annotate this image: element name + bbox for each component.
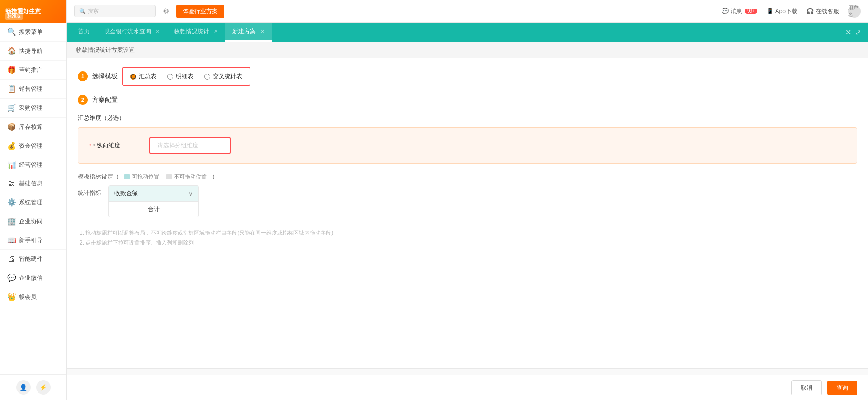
cancel-button[interactable]: 取消: [791, 380, 822, 395]
tabbar: 首页现金银行流水查询✕收款情况统计✕新建方案✕ ✕ ⤢: [67, 23, 868, 42]
tab-close-bank[interactable]: ✕: [156, 28, 160, 34]
tab-bank[interactable]: 现金银行流水查询✕: [97, 23, 167, 42]
system-icon: ⚙️: [7, 198, 15, 207]
metrics-chevron-icon: ∨: [189, 190, 193, 197]
main-area: 🔍 搜索 ⚙ 体验行业方案 💬 消息 99+ 📱 App下载 🎧 在线客服 用户…: [67, 0, 868, 400]
sidebar-item-purchase[interactable]: 🛒采购管理: [0, 99, 66, 118]
tab-close-new[interactable]: ✕: [260, 28, 264, 34]
footer-bar: 取消 查询: [67, 375, 868, 400]
wechat-icon: 💬: [7, 273, 15, 282]
close-window-icon[interactable]: ✕: [845, 28, 851, 37]
expand-icon[interactable]: ⤢: [855, 28, 861, 37]
trial-button[interactable]: 体验行业方案: [176, 5, 224, 18]
sidebar-bottom-icon-2[interactable]: ⚡: [36, 380, 51, 395]
sidebar-items: 🔍搜索菜单🏠快捷导航🎁营销推广📋销售管理🛒采购管理📦库存核算💰资金管理📊经营管理…: [0, 23, 66, 306]
purchase-label: 采购管理: [19, 104, 42, 112]
radio-detail-input[interactable]: [167, 74, 173, 80]
dimension-placeholder: 请选择分组维度: [157, 142, 198, 149]
sidebar-item-inventory[interactable]: 📦库存核算: [0, 118, 66, 136]
radio-cross-input[interactable]: [204, 74, 210, 80]
sidebar-item-member[interactable]: 👑畅会员: [0, 287, 66, 306]
sidebar-item-corp[interactable]: 🏢企业协同: [0, 212, 66, 231]
search-box[interactable]: 🔍 搜索: [74, 5, 156, 17]
message-item[interactable]: 💬 消息 99+: [722, 7, 757, 15]
sidebar-item-wechat[interactable]: 💬企业微信: [0, 268, 66, 287]
message-badge: 99+: [745, 9, 757, 14]
content-area: 收款情况统计方案设置 1 选择模板 汇总表 明细表: [67, 42, 868, 375]
radio-cross-label: 交叉统计表: [213, 72, 242, 80]
search-label: 搜索菜单: [19, 28, 42, 36]
operation-label: 经营管理: [19, 161, 42, 169]
corp-label: 企业协同: [19, 217, 42, 226]
newbie-icon: 📖: [7, 236, 15, 245]
download-icon: 📱: [766, 8, 774, 14]
metrics-header-close: ）: [212, 173, 218, 181]
sidebar-item-basic[interactable]: 🗂基础信息: [0, 174, 66, 193]
legend-fixed-text: 不可拖动位置: [174, 173, 207, 181]
save-option: 方案保存（可选）: [67, 368, 868, 375]
message-icon: 💬: [722, 8, 729, 14]
topbar: 🔍 搜索 ⚙ 体验行业方案 💬 消息 99+ 📱 App下载 🎧 在线客服 用户…: [67, 0, 868, 23]
marketing-label: 营销推广: [19, 66, 42, 74]
newbie-label: 新手引导: [19, 236, 42, 245]
topbar-right: 💬 消息 99+ 📱 App下载 🎧 在线客服 用户名: [722, 5, 861, 18]
tab-close-stats[interactable]: ✕: [214, 28, 218, 34]
system-label: 系统管理: [19, 198, 42, 207]
finance-label: 资金管理: [19, 142, 42, 150]
download-item[interactable]: 📱 App下载: [766, 7, 797, 15]
radio-detail-label: 明细表: [176, 72, 193, 80]
step1-header: 1 选择模板 汇总表 明细表 交叉统计表: [78, 67, 857, 86]
corp-icon: 🏢: [7, 217, 15, 226]
user-avatar[interactable]: 用户名: [848, 5, 861, 18]
step1-number: 1: [78, 71, 88, 81]
dimension-area: * * 纵向维度 —— 请选择分组维度: [78, 127, 857, 164]
radio-summary-input[interactable]: [130, 74, 136, 80]
message-label: 消息: [731, 7, 742, 15]
breadcrumb: 收款情况统计方案设置: [76, 47, 135, 53]
sidebar-item-system[interactable]: ⚙️系统管理: [0, 193, 66, 212]
service-item[interactable]: 🎧 在线客服: [807, 7, 839, 15]
tab-stats[interactable]: 收款情况统计✕: [167, 23, 225, 42]
sidebar-bottom-icon-1[interactable]: 👤: [16, 380, 31, 395]
query-button[interactable]: 查询: [827, 381, 857, 395]
sidebar-item-operation[interactable]: 📊经营管理: [0, 155, 66, 174]
sidebar-item-search[interactable]: 🔍搜索菜单: [0, 23, 66, 42]
step2-header: 2 方案配置: [78, 95, 857, 105]
search-placeholder-text: 搜索: [88, 7, 99, 15]
version-badge: 标准版: [5, 13, 23, 20]
inventory-label: 库存核算: [19, 123, 42, 131]
sidebar-item-newbie[interactable]: 📖新手引导: [0, 231, 66, 250]
radio-summary[interactable]: 汇总表: [130, 72, 156, 80]
dimension-arrow: ——: [127, 141, 142, 150]
service-label: 在线客服: [816, 7, 839, 15]
legend-draggable: 可拖动位置: [124, 173, 159, 181]
metrics-stat-label: 统计指标: [78, 189, 101, 217]
step2-section: 2 方案配置 汇总维度（必选） * * 纵向维度 —— 请选择分组维度: [78, 95, 857, 248]
metrics-table-cell-header[interactable]: 收款金额 ∨: [109, 186, 198, 201]
tab-label-bank: 现金银行流水查询: [104, 28, 151, 36]
tab-new[interactable]: 新建方案✕: [225, 23, 272, 42]
metrics-table: 收款金额 ∨ 合计: [108, 185, 199, 217]
radio-cross[interactable]: 交叉统计表: [204, 72, 242, 80]
download-label: App下载: [775, 7, 797, 15]
sidebar-item-sales[interactable]: 📋销售管理: [0, 80, 66, 99]
inventory-icon: 📦: [7, 122, 15, 131]
operation-icon: 📊: [7, 160, 15, 169]
sidebar-item-nav[interactable]: 🏠快捷导航: [0, 42, 66, 61]
nav-label: 快捷导航: [19, 47, 42, 55]
tab-label-new: 新建方案: [232, 28, 256, 36]
sidebar-item-hardware[interactable]: 🖨智能硬件: [0, 250, 66, 268]
radio-detail[interactable]: 明细表: [167, 72, 193, 80]
metrics-cell-label: 收款金额: [114, 189, 138, 198]
tab-label-home: 首页: [78, 28, 90, 36]
sales-icon: 📋: [7, 85, 15, 93]
settings-icon[interactable]: ⚙: [163, 7, 169, 15]
nav-icon: 🏠: [7, 47, 15, 55]
sidebar-item-finance[interactable]: 💰资金管理: [0, 136, 66, 155]
tab-home[interactable]: 首页: [71, 23, 97, 42]
metrics-header: 模板指标设定（ 可拖动位置 不可拖动位置: [78, 173, 857, 181]
dimension-select[interactable]: 请选择分组维度: [149, 137, 231, 154]
basic-label: 基础信息: [19, 179, 42, 188]
sidebar-item-marketing[interactable]: 🎁营销推广: [0, 61, 66, 80]
tip-2: 2. 点击标题栏下拉可设置排序、插入列和删除列: [78, 238, 857, 248]
